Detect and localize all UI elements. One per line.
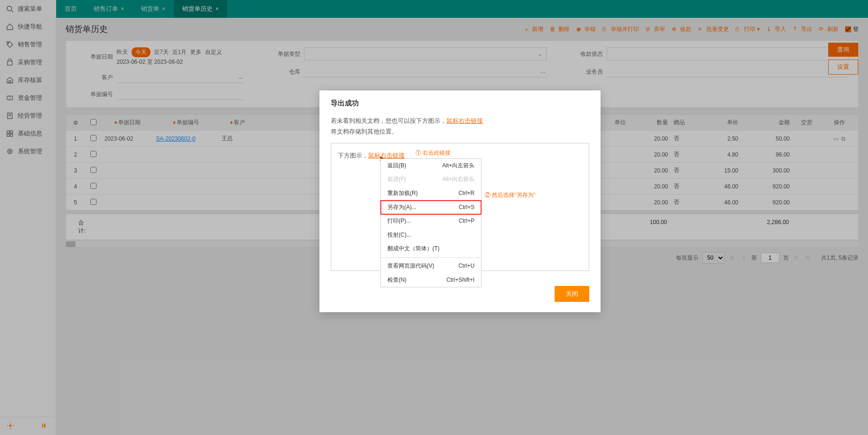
diagram-link: 鼠标右击链接 [368, 152, 405, 159]
context-menu-item: 重新加载(R)Ctrl+R [381, 187, 481, 201]
context-menu-item: 前进(F)Alt+向右箭头 [381, 172, 481, 187]
context-menu-item: 另存为(A)...Ctrl+S [381, 201, 481, 215]
context-menu-item: 投射(C)... [381, 228, 481, 242]
annotation-1: ① 右击此链接 [415, 148, 451, 158]
context-menu-item: 返回(B)Alt+向左箭头 [381, 159, 481, 173]
right-click-link[interactable]: 鼠标右击链接 [446, 117, 483, 124]
instruction-diagram: 下方图示，鼠标右击链接 ➤ ① 右击此链接 返回(B)Alt+向左箭头前进(F)… [331, 143, 589, 271]
close-button[interactable]: 关闭 [555, 286, 589, 302]
export-success-modal: 导出成功 若未看到相关文档，您也可以按下方图示，鼠标右击链接 将文档存储到其他位… [319, 90, 601, 312]
context-menu-item: 查看网页源代码(V)Ctrl+U [381, 259, 481, 273]
context-menu-item: 打印(P)...Ctrl+P [381, 214, 481, 228]
modal-body: 若未看到相关文档，您也可以按下方图示，鼠标右击链接 将文档存储到其他位置。 下方… [319, 112, 601, 279]
context-menu-item: 检查(N)Ctrl+Shift+I [381, 273, 481, 287]
context-menu-item: 翻成中文（简体）(T) [381, 242, 481, 256]
modal-title: 导出成功 [319, 90, 601, 112]
context-menu-illustration: 返回(B)Alt+向左箭头前进(F)Alt+向右箭头重新加载(R)Ctrl+R另… [380, 158, 482, 287]
annotation-2: ② 然后选择"另存为" [485, 190, 535, 201]
